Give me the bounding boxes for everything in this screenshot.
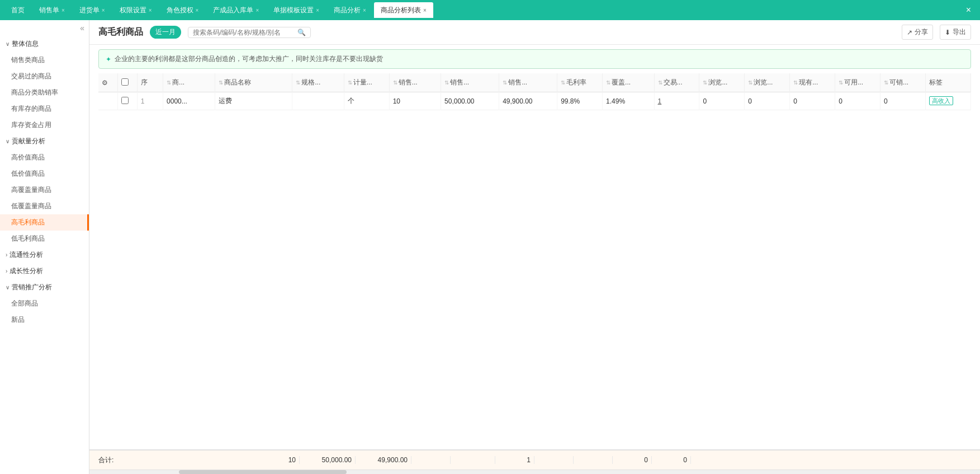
main-layout: « ∨ 整体信息 销售类商品 交易过的商品 商品分类助销率 有库存的商品 库存资… xyxy=(0,20,980,474)
footer-values: 10 50,000.00 49,900.00 1 0 0 xyxy=(255,456,971,464)
col-available[interactable]: ⇅ 可用... xyxy=(835,73,880,92)
sidebar-group-liquidity[interactable]: › 流通性分析 xyxy=(0,247,89,263)
sort-icon-available: ⇅ xyxy=(839,79,843,86)
nav-analysis-close[interactable]: × xyxy=(363,7,366,13)
sort-icon-view2: ⇅ xyxy=(748,79,752,86)
sidebar-item-low-value[interactable]: 低价值商品 xyxy=(0,166,89,182)
nav-template[interactable]: 单据模板设置 × xyxy=(267,2,326,18)
col-margin[interactable]: ⇅ 毛利率 xyxy=(557,73,603,92)
nav-permissions[interactable]: 权限设置 × xyxy=(113,2,159,18)
col-current[interactable]: ⇅ 现有... xyxy=(790,73,835,92)
nav-sales-order[interactable]: 销售单 × xyxy=(32,2,72,18)
col-view2[interactable]: ⇅ 浏览... xyxy=(745,73,790,92)
filter-recent-month-button[interactable]: 近一月 xyxy=(150,26,181,39)
sidebar-collapse-area: « xyxy=(0,20,89,36)
info-banner: ✦ 企业的主要的利润都是这部分商品创造的，可考虑加大推广，同时关注库存是不要出现… xyxy=(98,49,971,69)
select-all-checkbox[interactable] xyxy=(121,78,129,86)
row-sellable: 0 xyxy=(880,92,926,110)
nav-roles-label: 角色授权 xyxy=(167,6,193,15)
row-trade: 1 xyxy=(654,92,699,110)
nav-production-label: 产成品入库单 xyxy=(213,6,253,15)
col-sale3[interactable]: ⇅ 销售... xyxy=(499,73,557,92)
export-icon: ⬇ xyxy=(945,29,950,36)
sort-icon-sale1: ⇅ xyxy=(393,79,397,86)
bottom-scrollbar[interactable] xyxy=(89,470,980,474)
row-checkbox[interactable] xyxy=(121,97,129,104)
table-row: 1 0000... 运费 个 10 50,000.00 49,900.00 99… xyxy=(98,92,971,110)
search-input[interactable] xyxy=(193,29,295,36)
sidebar-item-high-coverage[interactable]: 高覆盖量商品 xyxy=(0,182,89,198)
row-unit: 个 xyxy=(344,92,389,110)
chevron-down-icon: ∨ xyxy=(6,41,10,47)
sidebar-item-category-rate[interactable]: 商品分类助销率 xyxy=(0,85,89,101)
col-view1[interactable]: ⇅ 浏览... xyxy=(699,73,745,92)
window-close-button[interactable]: × xyxy=(962,5,976,15)
nav-production[interactable]: 产成品入库单 × xyxy=(206,2,266,18)
sidebar-collapse-button[interactable]: « xyxy=(80,24,84,32)
content-header: 高毛利商品 近一月 🔍 ↗ 分享 ⬇ 导出 xyxy=(89,20,980,45)
sidebar-item-new-products[interactable]: 新品 xyxy=(0,312,89,328)
nav-analysis-list[interactable]: 商品分析列表 × xyxy=(374,2,433,18)
nav-roles-close[interactable]: × xyxy=(196,7,199,13)
nav-permissions-close[interactable]: × xyxy=(149,7,152,13)
sidebar-item-stock-capital[interactable]: 库存资金占用 xyxy=(0,117,89,133)
sidebar-item-high-margin[interactable]: 高毛利商品 xyxy=(0,214,89,231)
col-spec[interactable]: ⇅ 规格... xyxy=(292,73,344,92)
col-sellable[interactable]: ⇅ 可销... xyxy=(880,73,926,92)
sidebar-item-low-margin[interactable]: 低毛利商品 xyxy=(0,231,89,247)
row-sale3: 49,900.00 xyxy=(499,92,557,110)
nav-analysis-list-close[interactable]: × xyxy=(423,7,427,13)
nav-permissions-label: 权限设置 xyxy=(120,6,146,15)
sidebar-group-overall[interactable]: ∨ 整体信息 xyxy=(0,36,89,52)
sidebar-item-high-value[interactable]: 高价值商品 xyxy=(0,149,89,166)
top-navigation: 首页 销售单 × 进货单 × 权限设置 × 角色授权 × 产成品入库单 × 单据… xyxy=(0,0,980,20)
sort-icon-name: ⇅ xyxy=(219,79,223,86)
nav-home-label: 首页 xyxy=(11,6,25,15)
nav-production-close[interactable]: × xyxy=(255,7,259,13)
sidebar-item-all-products[interactable]: 全部商品 xyxy=(0,295,89,312)
sidebar-group-overall-label: 整体信息 xyxy=(12,39,39,49)
nav-roles[interactable]: 角色授权 × xyxy=(160,2,206,18)
col-settings[interactable]: ⚙ xyxy=(98,73,118,92)
export-button[interactable]: ⬇ 导出 xyxy=(940,25,971,40)
chevron-right-icon-2: › xyxy=(6,268,7,274)
col-sale2[interactable]: ⇅ 销售... xyxy=(441,73,499,92)
row-trade-link[interactable]: 1 xyxy=(658,97,662,105)
settings-icon[interactable]: ⚙ xyxy=(102,79,108,87)
col-unit[interactable]: ⇅ 计量... xyxy=(344,73,389,92)
col-coverage[interactable]: ⇅ 覆盖... xyxy=(603,73,654,92)
col-name[interactable]: ⇅ 商品名称 xyxy=(215,73,292,92)
row-code[interactable]: 0000... xyxy=(163,92,215,110)
info-text: 企业的主要的利润都是这部分商品创造的，可考虑加大推广，同时关注库存是不要出现缺货 xyxy=(115,54,383,64)
col-tag: 标签 xyxy=(925,73,970,92)
sidebar-group-contribution[interactable]: ∨ 贡献量分析 xyxy=(0,133,89,149)
sort-icon-current: ⇅ xyxy=(793,79,798,86)
scrollbar-thumb[interactable] xyxy=(179,470,347,474)
col-sale1[interactable]: ⇅ 销售... xyxy=(389,73,441,92)
nav-sales-close[interactable]: × xyxy=(61,7,65,13)
nav-purchase-close[interactable]: × xyxy=(102,7,105,13)
search-icon[interactable]: 🔍 xyxy=(297,29,306,36)
share-button[interactable]: ↗ 分享 xyxy=(902,25,933,40)
sidebar-item-sales-products[interactable]: 销售类商品 xyxy=(0,52,89,68)
col-trade[interactable]: ⇅ 交易... xyxy=(654,73,699,92)
nav-purchase[interactable]: 进货单 × xyxy=(73,2,112,18)
sidebar-group-growth[interactable]: › 成长性分析 xyxy=(0,263,89,279)
nav-analysis[interactable]: 商品分析 × xyxy=(327,2,373,18)
nav-template-close[interactable]: × xyxy=(316,7,319,13)
row-coverage: 1.49% xyxy=(603,92,654,110)
products-table: ⚙ 序 ⇅ 商... xyxy=(98,73,971,110)
sidebar-item-traded[interactable]: 交易过的商品 xyxy=(0,68,89,85)
page-title: 高毛利商品 xyxy=(98,26,143,38)
sidebar-group-marketing-label: 营销推广分析 xyxy=(12,283,52,292)
nav-home[interactable]: 首页 xyxy=(4,2,31,18)
sidebar-group-marketing[interactable]: ∨ 营销推广分析 xyxy=(0,279,89,295)
col-index: 序 xyxy=(137,73,163,92)
tag-badge: 高收入 xyxy=(929,96,953,105)
export-label: 导出 xyxy=(953,27,966,37)
sort-icon-margin: ⇅ xyxy=(561,79,565,86)
sidebar-item-in-stock[interactable]: 有库存的商品 xyxy=(0,101,89,117)
sort-icon-sellable: ⇅ xyxy=(884,79,888,86)
col-code[interactable]: ⇅ 商... xyxy=(163,73,215,92)
sidebar-item-low-coverage[interactable]: 低覆盖量商品 xyxy=(0,198,89,214)
